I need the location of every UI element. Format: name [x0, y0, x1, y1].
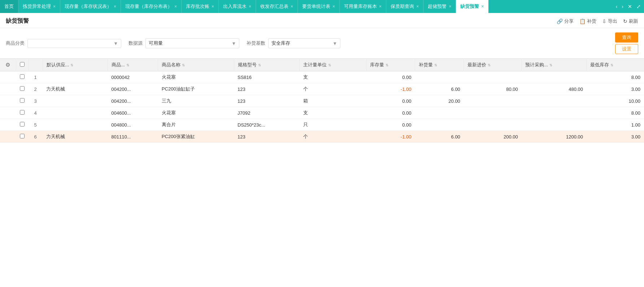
- close-tab-2[interactable]: ×: [114, 4, 116, 9]
- filter-bar: 商品分类 ▼ 数据源 可用量 ▼ 补货基数 安全库存 ▼ 查询 设置: [0, 28, 644, 58]
- th-spec[interactable]: 规格型号 ⇅: [234, 59, 300, 71]
- row-checkbox-1[interactable]: [20, 86, 25, 91]
- row-checkbox-5[interactable]: [20, 134, 25, 138]
- row-gear-cell: [0, 95, 16, 107]
- row-min-stock-5: 3.00: [587, 131, 644, 143]
- row-checkbox-3[interactable]: [20, 110, 25, 115]
- row-price-4: [464, 119, 522, 131]
- query-button[interactable]: 查询: [615, 32, 638, 43]
- th-gear[interactable]: ⚙: [0, 59, 16, 71]
- row-supplier-1: 力天机械: [43, 83, 108, 95]
- th-product-code[interactable]: 商品... ⇅: [108, 59, 158, 71]
- row-checkbox-cell[interactable]: [16, 131, 28, 143]
- tab-batch-account[interactable]: 库存批次账 ×: [182, 0, 219, 13]
- table-container: ⚙ 默认供应... ⇅ 商品...: [0, 58, 644, 149]
- close-tab-3[interactable]: ×: [174, 4, 177, 9]
- share-button[interactable]: 🔗 分享: [557, 18, 574, 25]
- tab-expiry[interactable]: 保质期查询 ×: [386, 0, 423, 13]
- select-all-checkbox[interactable]: [20, 62, 25, 67]
- tab-close-btn[interactable]: ✕: [626, 3, 634, 10]
- row-spec-0: SS816: [234, 71, 300, 83]
- row-index-3: 4: [28, 107, 43, 119]
- tab-overstock[interactable]: 超储预警 ×: [423, 0, 456, 13]
- tab-inventory-status[interactable]: 现存量（库存状况表） ×: [60, 0, 121, 13]
- datasource-label: 数据源: [129, 40, 143, 47]
- table-row[interactable]: 4 004600... 火花塞 J7092 支 0.00 8.00: [0, 107, 644, 119]
- row-code-1: 004200...: [108, 83, 158, 95]
- row-price-0: [464, 71, 522, 83]
- th-replenish-qty[interactable]: 补货量 ⇅: [415, 59, 464, 71]
- close-tab-8[interactable]: ×: [379, 4, 382, 9]
- row-spec-3: J7092: [234, 107, 300, 119]
- sort-icon-code: ⇅: [126, 63, 129, 67]
- close-tab-10[interactable]: ×: [449, 4, 451, 9]
- category-select[interactable]: ▼: [27, 39, 121, 48]
- tab-summary[interactable]: 收发存汇总表 ×: [256, 0, 298, 13]
- tab-inventory-dist[interactable]: 现存量（库存分布表） ×: [121, 0, 182, 13]
- row-checkbox-2[interactable]: [20, 98, 25, 103]
- row-checkbox-cell[interactable]: [16, 119, 28, 131]
- settings-button[interactable]: 设置: [615, 44, 638, 54]
- tab-expand-btn[interactable]: ⤢: [635, 3, 643, 10]
- table-row[interactable]: 2 力天机械 004200... PC200油缸缸子 123 个 -1.00 6…: [0, 83, 644, 95]
- tab-home[interactable]: 首页: [0, 0, 18, 13]
- row-code-5: 801110...: [108, 131, 158, 143]
- gear-icon[interactable]: ⚙: [5, 62, 10, 68]
- row-unit-5: 个: [300, 131, 366, 143]
- row-price-5: 200.00: [464, 131, 522, 143]
- tab-pick-exception[interactable]: 拣货异常处理 ×: [18, 0, 60, 13]
- th-product-name[interactable]: 商品名称 ⇅: [158, 59, 234, 71]
- close-tab-6[interactable]: ×: [291, 4, 293, 9]
- row-checkbox-4[interactable]: [20, 122, 25, 127]
- sort-icon-name: ⇅: [182, 63, 185, 67]
- datasource-select[interactable]: 可用量 ▼: [145, 38, 239, 48]
- table-row[interactable]: 1 0000042 火花塞 SS816 支 0.00 8.00: [0, 71, 644, 83]
- sort-icon-spec: ⇅: [258, 63, 261, 67]
- refresh-button[interactable]: ↻ 刷新: [623, 18, 638, 25]
- replenish-button[interactable]: 📋 补货: [579, 18, 596, 25]
- row-checkbox-cell[interactable]: [16, 107, 28, 119]
- row-supplier-0: [43, 71, 108, 83]
- replenish-base-select[interactable]: 安全库存 ▼: [268, 38, 340, 48]
- close-tab-9[interactable]: ×: [416, 4, 419, 9]
- row-stock-3: 0.00: [366, 107, 415, 119]
- row-checkbox-0[interactable]: [20, 74, 25, 79]
- row-min-stock-4: 1.00: [587, 119, 644, 131]
- row-spec-4: DS250*23c...: [234, 119, 300, 131]
- row-checkbox-cell[interactable]: [16, 95, 28, 107]
- th-estimated-purchase[interactable]: 预计采购... ⇅: [522, 59, 587, 71]
- close-tab-11[interactable]: ×: [481, 4, 484, 9]
- table-row[interactable]: 3 004200... 三九 123 箱 0.00 20.00 10.00: [0, 95, 644, 107]
- tab-prev-btn[interactable]: ‹: [614, 3, 619, 10]
- close-tab-5[interactable]: ×: [249, 4, 251, 9]
- row-estimated-0: [522, 71, 587, 83]
- th-min-stock[interactable]: 最低库存 ⇅: [587, 59, 644, 71]
- th-stock[interactable]: 库存量 ⇅: [366, 59, 415, 71]
- tab-next-btn[interactable]: ›: [620, 3, 625, 10]
- datasource-filter-group: 数据源 可用量 ▼: [129, 38, 239, 48]
- table-row[interactable]: 5 004800... 离合片 DS250*23c... 只 0.00 1.00: [0, 119, 644, 131]
- close-tab-7[interactable]: ×: [332, 4, 335, 9]
- row-checkbox-cell[interactable]: [16, 83, 28, 95]
- close-tab-1[interactable]: ×: [53, 4, 56, 9]
- th-default-supplier[interactable]: 默认供应... ⇅: [43, 59, 108, 71]
- row-replenish-2: 20.00: [415, 95, 464, 107]
- share-icon: 🔗: [557, 18, 563, 24]
- export-button[interactable]: ⇩ 导出: [602, 18, 617, 25]
- close-tab-4[interactable]: ×: [212, 4, 214, 9]
- tab-inout-flow[interactable]: 出入库流水 ×: [219, 0, 256, 13]
- row-unit-4: 只: [300, 119, 366, 131]
- replenish-base-filter-group: 补货基数 安全库存 ▼: [247, 38, 340, 48]
- table-row[interactable]: 6 力天机械 801110... PC200张紧油缸 123 个 -1.00 6…: [0, 131, 644, 143]
- tab-available-ledger[interactable]: 可用量库存账本 ×: [340, 0, 386, 13]
- th-unit[interactable]: 主计量单位 ⇅: [300, 59, 366, 71]
- row-gear-cell: [0, 119, 16, 131]
- row-gear-cell: [0, 107, 16, 119]
- row-gear-cell: [0, 71, 16, 83]
- th-latest-price[interactable]: 最新进价 ⇅: [464, 59, 522, 71]
- tab-shortage[interactable]: 缺货预警 ×: [456, 0, 488, 13]
- tab-requisition[interactable]: 要货单统计表 ×: [298, 0, 340, 13]
- row-checkbox-cell[interactable]: [16, 71, 28, 83]
- sort-icon-unit: ⇅: [328, 63, 331, 67]
- row-code-3: 004600...: [108, 107, 158, 119]
